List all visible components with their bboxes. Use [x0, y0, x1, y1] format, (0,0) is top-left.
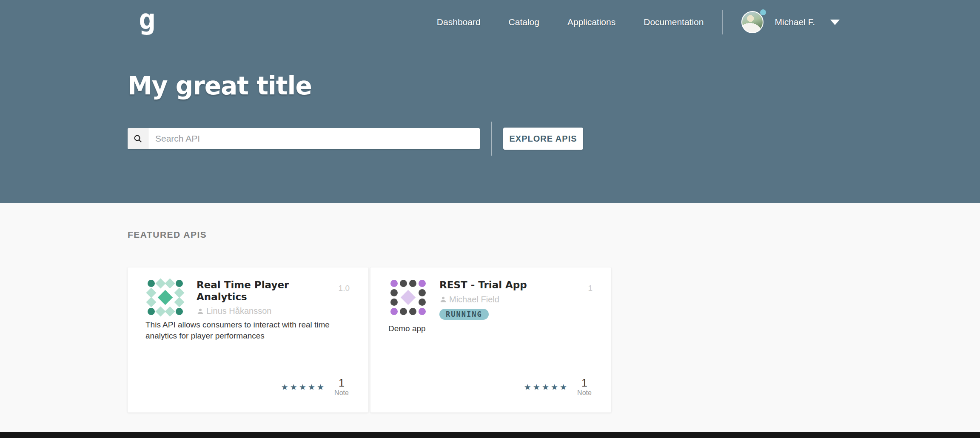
- user-icon: [439, 296, 447, 303]
- card-separator: [128, 403, 368, 412]
- user-menu[interactable]: Michael F.: [741, 11, 840, 33]
- api-version: 1.0: [339, 279, 350, 316]
- card-separator: [370, 403, 611, 412]
- star-rating-icons: ★★★★★: [281, 382, 326, 392]
- card-head-text: Real Time Player Analytics Linus Håkanss…: [197, 279, 339, 316]
- app-logo[interactable]: g: [139, 6, 156, 34]
- api-title: Real Time Player Analytics: [197, 279, 339, 303]
- search-row: EXPLORE APIS: [128, 122, 980, 156]
- nav-divider: [722, 10, 723, 34]
- rating-note: 1 Note: [575, 378, 594, 397]
- status-badge-running: RUNNING: [439, 309, 489, 320]
- card-head-text: REST - Trial App Michael Field RUNNING: [439, 279, 588, 320]
- app-title: REST - Trial App: [439, 279, 588, 291]
- rating-count: 1: [332, 378, 351, 388]
- app-description: Demo app: [370, 320, 611, 334]
- search-divider: [491, 122, 492, 156]
- search-icon-box: [128, 128, 148, 149]
- featured-cards: Real Time Player Analytics Linus Håkanss…: [128, 267, 980, 412]
- nav-documentation[interactable]: Documentation: [644, 17, 704, 27]
- card-rating: ★★★★★ 1 Note: [128, 378, 368, 399]
- page-title: My great title: [128, 71, 980, 100]
- chevron-down-icon: [830, 20, 840, 25]
- owner-row: Linus Håkansson: [197, 306, 339, 316]
- content-area: FEATURED APIS: [0, 203, 980, 432]
- search-icon: [133, 134, 142, 143]
- api-card-real-time-player-analytics[interactable]: Real Time Player Analytics Linus Håkanss…: [128, 267, 368, 412]
- app-card-rest-trial-app[interactable]: REST - Trial App Michael Field RUNNING 1…: [370, 267, 611, 412]
- featured-apis-heading: FEATURED APIS: [128, 230, 980, 240]
- star-rating-icons: ★★★★★: [524, 382, 569, 392]
- nav-catalog[interactable]: Catalog: [509, 17, 539, 27]
- hero-section: g Dashboard Catalog Applications Documen…: [0, 0, 980, 203]
- card-head: REST - Trial App Michael Field RUNNING 1: [370, 267, 611, 320]
- rating-label: Note: [332, 389, 351, 397]
- owner-name: Michael Field: [449, 295, 499, 304]
- app-logo-purple-grid-icon: [389, 279, 427, 316]
- rating-note: 1 Note: [332, 378, 351, 397]
- status-dot: [760, 9, 766, 15]
- owner-row: Michael Field: [439, 295, 588, 304]
- card-rating: ★★★★★ 1 Note: [370, 378, 611, 399]
- rating-count: 1: [575, 378, 594, 388]
- user-icon: [197, 307, 204, 315]
- search-input[interactable]: [148, 128, 480, 149]
- main-nav: Dashboard Catalog Applications Documenta…: [437, 17, 704, 27]
- api-description: This API allows consumers to interact wi…: [128, 316, 368, 341]
- footer-strip: [0, 432, 980, 438]
- card-head: Real Time Player Analytics Linus Håkanss…: [128, 267, 368, 316]
- avatar[interactable]: [741, 11, 763, 33]
- explore-apis-button[interactable]: EXPLORE APIS: [503, 128, 583, 150]
- owner-name: Linus Håkansson: [206, 306, 271, 316]
- api-logo-teal-grid-icon: [146, 279, 184, 316]
- top-navbar: g Dashboard Catalog Applications Documen…: [0, 0, 980, 44]
- search-box: [128, 128, 480, 149]
- app-version: 1: [588, 279, 593, 320]
- nav-applications[interactable]: Applications: [567, 17, 615, 27]
- rating-label: Note: [575, 389, 594, 397]
- nav-dashboard[interactable]: Dashboard: [437, 17, 481, 27]
- username: Michael F.: [775, 17, 815, 27]
